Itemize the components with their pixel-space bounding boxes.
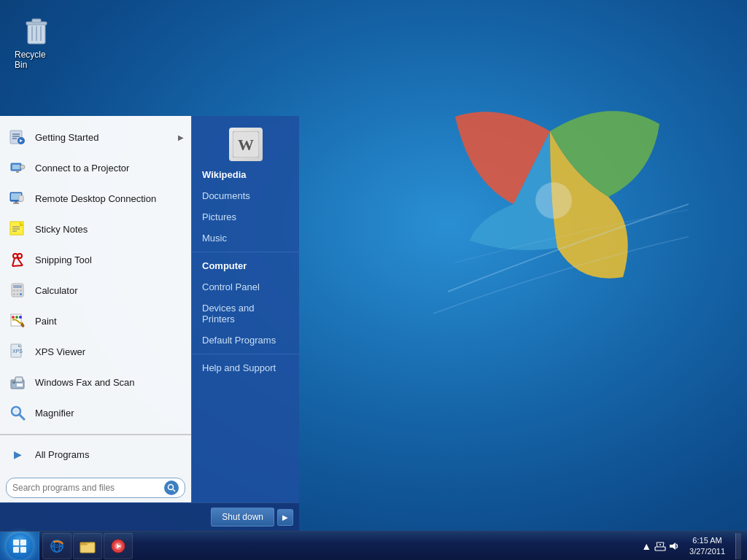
menu-item-label-calculator: Calculator xyxy=(35,285,184,296)
svg-rect-51 xyxy=(12,381,15,384)
remote-desktop-icon xyxy=(7,188,28,209)
menu-item-calculator[interactable]: Calculator xyxy=(0,275,191,306)
menu-item-sticky-notes[interactable]: Sticky Notes xyxy=(0,214,191,244)
sticky-notes-icon xyxy=(7,219,28,239)
clock-date: 3/27/2011 xyxy=(689,546,725,556)
svg-rect-36 xyxy=(17,289,19,292)
svg-rect-35 xyxy=(13,289,15,292)
svg-rect-3 xyxy=(32,19,41,23)
recycle-bin-icon xyxy=(22,15,51,47)
right-menu-item-default-programs[interactable]: Default Programs xyxy=(192,330,299,351)
right-menu-item-control-panel[interactable]: Control Panel xyxy=(192,276,299,298)
recycle-bin[interactable]: Recycle Bin xyxy=(15,15,58,70)
menu-item-label-getting-started: Getting Started xyxy=(35,132,171,143)
taskbar-app-ie[interactable] xyxy=(42,533,71,559)
shutdown-bar: Shut down ▶ xyxy=(0,502,299,531)
connect-projector-icon xyxy=(7,158,28,178)
taskbar-app-explorer[interactable] xyxy=(73,533,102,559)
desktop: Recycle Bin Getting Started▶Connect to a… xyxy=(0,0,747,560)
right-menu-item-devices-printers[interactable]: Devices and Printers xyxy=(192,298,299,330)
search-bar xyxy=(6,478,185,498)
windows-start-icon xyxy=(12,539,27,553)
clock-time: 6:15 AM xyxy=(692,535,721,545)
right-menu-item-pictures[interactable]: Pictures xyxy=(192,206,299,228)
svg-marker-78 xyxy=(670,542,676,550)
recycle-bin-label: Recycle Bin xyxy=(15,50,58,70)
start-menu-left: Getting Started▶Connect to a ProjectorRe… xyxy=(0,116,191,502)
menu-item-xps-viewer[interactable]: XPSXPS Viewer xyxy=(0,336,191,367)
menu-item-label-snipping-tool: Snipping Tool xyxy=(35,254,184,265)
svg-rect-50 xyxy=(15,377,23,382)
svg-rect-73 xyxy=(655,547,665,551)
svg-rect-34 xyxy=(13,285,22,288)
svg-point-43 xyxy=(15,316,18,319)
start-menu-main: Getting Started▶Connect to a ProjectorRe… xyxy=(0,116,299,502)
svg-rect-63 xyxy=(13,547,19,553)
svg-rect-20 xyxy=(13,203,19,204)
tray-up-arrow[interactable]: ▲ xyxy=(641,540,651,552)
menu-item-label-xps-viewer: XPS Viewer xyxy=(35,346,184,357)
right-menu-item-documents[interactable]: Documents xyxy=(192,185,299,206)
start-button[interactable] xyxy=(0,532,39,561)
right-menu-item-computer[interactable]: Computer xyxy=(192,255,299,276)
all-programs-label: All Programs xyxy=(35,449,89,460)
right-menu-separator-2 xyxy=(192,354,299,354)
right-menu-item-help-support[interactable]: Help and Support xyxy=(192,357,299,378)
search-input[interactable] xyxy=(12,483,161,493)
taskbar-app-media[interactable] xyxy=(104,533,133,559)
shutdown-button[interactable]: Shut down xyxy=(211,508,274,526)
svg-text:W: W xyxy=(238,136,254,154)
svg-rect-19 xyxy=(15,201,18,203)
svg-point-15 xyxy=(20,165,25,169)
show-desktop-button[interactable] xyxy=(735,533,741,559)
svg-point-55 xyxy=(14,409,18,413)
svg-line-74 xyxy=(657,542,657,547)
shutdown-arrow-button[interactable]: ▶ xyxy=(277,509,293,526)
taskbar: ▲ 6:15 AM 3/27/2011 xyxy=(0,531,747,560)
menu-item-paint[interactable]: Paint xyxy=(0,306,191,336)
menu-item-label-magnifier: Magnifier xyxy=(35,408,184,419)
svg-text:XPS: XPS xyxy=(12,349,23,354)
menu-item-snipping-tool[interactable]: Snipping Tool xyxy=(0,244,191,275)
magnifier-icon xyxy=(7,402,28,423)
windows-fax-icon xyxy=(7,372,28,392)
xps-viewer-icon: XPS xyxy=(7,341,28,362)
volume-icon[interactable] xyxy=(669,541,679,551)
svg-rect-61 xyxy=(13,540,19,545)
svg-line-32 xyxy=(12,265,23,266)
taskbar-right: ▲ 6:15 AM 3/27/2011 xyxy=(635,532,747,560)
svg-point-44 xyxy=(19,316,22,319)
svg-rect-68 xyxy=(80,542,87,545)
svg-rect-62 xyxy=(20,540,26,545)
taskbar-apps xyxy=(39,532,136,560)
menu-item-label-remote-desktop: Remote Desktop Connection xyxy=(35,193,184,204)
right-menu-separator-1 xyxy=(192,252,299,252)
right-menu-item-wikipedia[interactable]: Wikipedia xyxy=(192,164,299,185)
menu-item-arrow-getting-started: ▶ xyxy=(178,133,184,141)
menu-item-windows-fax[interactable]: Windows Fax and Scan xyxy=(0,367,191,397)
svg-rect-39 xyxy=(17,293,19,295)
search-button[interactable] xyxy=(164,481,179,495)
svg-line-30 xyxy=(18,258,23,265)
pinned-apps-list: Getting Started▶Connect to a ProjectorRe… xyxy=(0,116,191,435)
menu-item-magnifier[interactable]: Magnifier xyxy=(0,397,191,428)
svg-line-57 xyxy=(173,489,175,491)
menu-item-remote-desktop[interactable]: Remote Desktop Connection xyxy=(0,183,191,214)
clock[interactable]: 6:15 AM 3/27/2011 xyxy=(684,535,731,556)
svg-point-28 xyxy=(18,254,22,258)
start-menu: Getting Started▶Connect to a ProjectorRe… xyxy=(0,116,299,531)
wiki-icon-container: W xyxy=(192,122,299,164)
getting-started-icon xyxy=(7,127,28,147)
menu-item-label-connect-projector: Connect to a Projector xyxy=(35,163,184,174)
svg-rect-16 xyxy=(16,171,19,173)
all-programs-item[interactable]: ▶ All Programs xyxy=(0,438,191,470)
svg-rect-14 xyxy=(12,165,20,169)
network-icon[interactable] xyxy=(654,541,666,551)
all-programs-icon: ▶ xyxy=(7,444,28,464)
svg-rect-52 xyxy=(17,384,23,386)
right-menu-item-music[interactable]: Music xyxy=(192,228,299,249)
menu-item-getting-started[interactable]: Getting Started▶ xyxy=(0,122,191,152)
right-menu-container: WikipediaDocumentsPicturesMusicComputerC… xyxy=(192,164,299,378)
menu-item-connect-projector[interactable]: Connect to a Projector xyxy=(0,152,191,183)
svg-line-75 xyxy=(663,542,664,547)
